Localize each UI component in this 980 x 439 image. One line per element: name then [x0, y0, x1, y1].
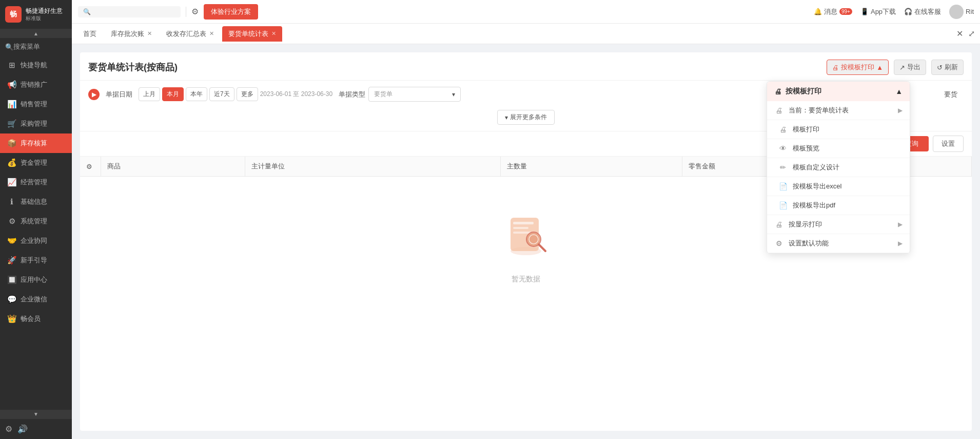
dropdown-item-export-excel[interactable]: 📄 按模板导出excel	[767, 177, 910, 196]
app-center-icon: 🔲	[7, 275, 16, 284]
default-func-icon: ⚙	[774, 239, 783, 247]
sidebar-item-collab[interactable]: 🤝 企业协同	[0, 231, 72, 251]
user-avatar-btn[interactable]: Rit	[949, 5, 974, 19]
settings-btn[interactable]: 设置	[933, 136, 964, 152]
search-menu-btn[interactable]: 🔍 搜索菜单	[0, 38, 72, 55]
sidebar-item-label: 库存核算	[21, 139, 47, 148]
chevron-up-dropdown-icon: ▲	[895, 87, 903, 96]
sidebar-item-member[interactable]: 👑 畅会员	[0, 309, 72, 329]
chevron-right-display-icon: ▶	[898, 221, 903, 228]
app-download-btn[interactable]: 📱 App下载	[860, 7, 896, 16]
date-btn-7days[interactable]: 近7天	[209, 87, 234, 101]
dropdown-item-template-preview[interactable]: 👁 模板预览	[767, 139, 910, 158]
tab-receipt-summary-close[interactable]: ✕	[209, 30, 214, 37]
date-btn-this-year[interactable]: 本年	[186, 87, 207, 101]
sidebar-item-app-center[interactable]: 🔲 应用中心	[0, 270, 72, 290]
sidebar-item-sales[interactable]: 📊 销售管理	[0, 94, 72, 114]
topbar-gear-icon[interactable]: ⚙	[191, 7, 199, 16]
dropdown-item-export-pdf[interactable]: 📄 按模板导出pdf	[767, 196, 910, 215]
search-menu-label: 搜索菜单	[13, 42, 40, 51]
inventory-icon: 📦	[7, 139, 16, 148]
template-print-label: 按模板打印	[841, 63, 874, 72]
tab-order-stats[interactable]: 要货单统计表 ✕	[222, 26, 282, 42]
sidebar-item-label: 快捷导航	[21, 61, 47, 70]
sidebar-item-wechat[interactable]: 💬 企业微信	[0, 290, 72, 309]
tab-order-stats-label: 要货单统计表	[228, 29, 268, 39]
dropdown-default-func[interactable]: ⚙ 设置默认功能 ▶	[767, 234, 910, 253]
scroll-up-btn[interactable]: ▲	[0, 29, 72, 38]
sidebar-item-marketing[interactable]: 📢 营销推广	[0, 75, 72, 94]
date-btn-this-month[interactable]: 本月	[162, 87, 184, 101]
tabbar: 首页 库存批次账 ✕ 收发存汇总表 ✕ 要货单统计表 ✕ ✕ ⤢	[72, 24, 980, 44]
guide-icon: 🚀	[7, 256, 16, 265]
dropdown-current-left: 🖨 当前：要货单统计表	[774, 106, 849, 115]
sidebar-item-system[interactable]: ⚙ 系统管理	[0, 212, 72, 231]
app-download-label: App下载	[871, 7, 896, 16]
template-print-icon: 🖨	[778, 125, 788, 133]
tab-expand-close: ✕ ⤢	[956, 29, 975, 39]
chevron-right-current-icon: ▶	[898, 107, 903, 114]
refresh-btn[interactable]: ↺ 刷新	[931, 60, 964, 75]
sidebar-item-label: 应用中心	[21, 275, 47, 284]
dropdown-current[interactable]: 🖨 当前：要货单统计表 ▶	[767, 101, 910, 120]
expand-more-btn[interactable]: ▾ 展开更多条件	[497, 110, 555, 125]
table-settings-icon[interactable]: ⚙	[86, 163, 92, 170]
logo-text-block: 畅捷通好生意 标准版	[26, 7, 63, 23]
type-select[interactable]: 要货单 ▾	[368, 87, 461, 102]
sidebar-item-basic[interactable]: ℹ 基础信息	[0, 192, 72, 212]
sidebar-item-finance[interactable]: 💰 资金管理	[0, 153, 72, 173]
export-pdf-icon: 📄	[778, 201, 788, 209]
export-btn[interactable]: ↗ 导出	[894, 60, 926, 75]
dropdown-title: 按模板打印	[786, 87, 821, 96]
expand-tabs-icon[interactable]: ⤢	[968, 29, 975, 39]
sidebar-item-label: 营销推广	[21, 80, 47, 89]
template-custom-icon: ✏	[778, 163, 788, 171]
app-name: 畅捷通好生意	[26, 7, 63, 15]
sidebar-item-quick-nav[interactable]: ⊞ 快捷导航	[0, 55, 72, 75]
tab-order-stats-close[interactable]: ✕	[271, 30, 276, 37]
tab-receipt-summary[interactable]: 收发存汇总表 ✕	[160, 26, 220, 42]
dropdown-display-print-left: 🖨 按显示打印	[774, 220, 822, 229]
scroll-down-btn[interactable]: ▼	[0, 410, 72, 418]
dropdown-item-template-print[interactable]: 🖨 模板打印	[767, 120, 910, 139]
tab-batch-account[interactable]: 库存批次账 ✕	[105, 26, 158, 42]
date-btn-more[interactable]: 更多	[237, 87, 258, 101]
dropdown-item-template-custom[interactable]: ✏ 模板自定义设计	[767, 158, 910, 177]
date-range-display: 2023-06-01 至 2023-06-30	[260, 90, 332, 99]
template-print-btn[interactable]: 🖨 按模板打印 ▲	[827, 60, 889, 75]
messages-btn[interactable]: 🔔 消息 99+	[814, 7, 852, 16]
dropdown-display-print[interactable]: 🖨 按显示打印 ▶	[767, 215, 910, 234]
chevron-down-expand-icon: ▾	[505, 114, 508, 121]
sidebar-item-inventory[interactable]: 📦 库存核算	[0, 133, 72, 153]
user-name: Rit	[966, 8, 974, 15]
audio-icon[interactable]: 🔊	[17, 424, 28, 434]
sidebar-item-label: 采购管理	[21, 119, 47, 128]
online-support-label: 在线客服	[914, 7, 941, 16]
sidebar-item-label: 新手引导	[21, 256, 47, 265]
close-tabs-icon[interactable]: ✕	[956, 29, 963, 39]
dropdown-item-label: 按模板导出excel	[793, 182, 841, 191]
topbar-search[interactable]: 🔍	[78, 6, 181, 17]
trial-btn[interactable]: 体验行业方案	[204, 4, 258, 20]
system-icon: ⚙	[7, 217, 16, 226]
sidebar-item-purchase[interactable]: 🛒 采购管理	[0, 114, 72, 133]
col-product: 商品	[101, 157, 245, 177]
dropdown-header[interactable]: 🖨 按模板打印 ▲	[767, 82, 910, 101]
online-support-btn[interactable]: 🎧 在线客服	[904, 7, 941, 16]
col-settings: ⚙	[80, 157, 101, 177]
page-card: 要货单统计表(按商品) 🖨 按模板打印 ▲ ↗ 导出 ↺ 刷新	[80, 52, 972, 431]
sidebar-item-operations[interactable]: 📈 经营管理	[0, 173, 72, 192]
filter-toggle-btn[interactable]: ▶	[88, 89, 100, 100]
sidebar-item-label: 经营管理	[21, 178, 47, 187]
col-extra	[900, 157, 971, 177]
filter-date-group: 上月 本月 本年 近7天 更多 2023-06-01 至 2023-06-30	[139, 87, 332, 101]
search-icon: 🔍	[5, 43, 13, 51]
settings-bottom-icon[interactable]: ⚙	[5, 424, 12, 434]
tab-batch-account-close[interactable]: ✕	[147, 30, 152, 37]
sidebar-item-guide[interactable]: 🚀 新手引导	[0, 251, 72, 270]
dropdown-item-label: 按模板导出pdf	[793, 201, 835, 210]
dropdown-current-label: 当前：要货单统计表	[789, 106, 849, 115]
date-btn-last-month[interactable]: 上月	[139, 87, 160, 101]
tab-home[interactable]: 首页	[77, 26, 103, 42]
dropdown-item-label: 模板打印	[793, 125, 819, 134]
